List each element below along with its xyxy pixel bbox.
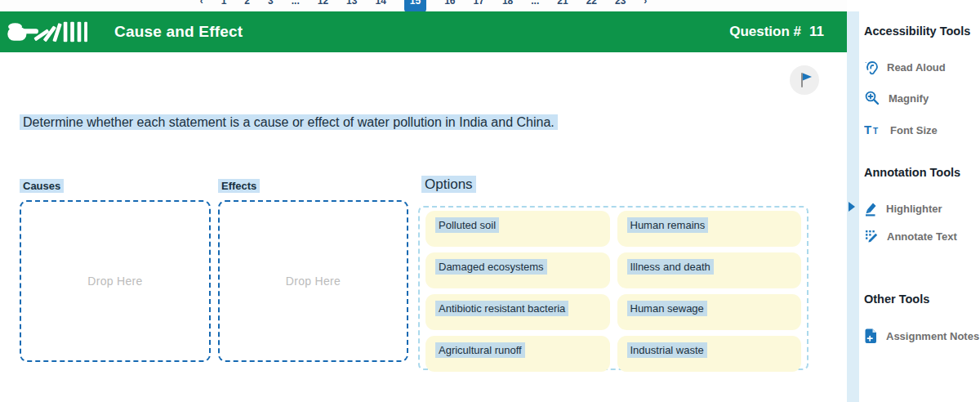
svg-text:T: T [864,123,871,136]
main-column: ‹ 1 2 3 ... 12 13 14 15 16 17 18 ... 21 … [0,0,847,402]
pagination-item[interactable]: 13 [346,0,357,11]
question-area: Determine whether each statement is a ca… [0,52,847,402]
pagination-item[interactable]: 1 [221,0,227,11]
domino-logo-icon [5,16,88,48]
sidebar-collapse-arrow[interactable] [849,202,855,212]
question-counter: Question #11 [729,24,824,40]
pagination-item[interactable]: 14 [375,0,385,11]
question-text: Determine whether each statement is a ca… [20,115,558,130]
option-card[interactable]: Human sewage [617,294,802,330]
section-title-annotation: Annotation Tools [864,166,960,179]
option-card[interactable]: Human remains [617,211,802,247]
pagination-item[interactable]: 3 [268,0,274,11]
font-size-icon: T T [864,123,882,137]
annotate-text-icon [864,229,879,243]
option-card[interactable]: Polluted soil [425,211,610,247]
options-label: Options [421,176,476,193]
drop-placeholder: Drop Here [87,275,142,288]
section-title-accessibility: Accessibility Tools [864,25,970,38]
pagination-item[interactable]: 12 [318,0,328,11]
option-card[interactable]: Damaged ecosystems [425,252,610,288]
tool-magnify[interactable]: Magnify [864,90,929,106]
app-window: ‹ 1 2 3 ... 12 13 14 15 16 17 18 ... 21 … [0,0,980,402]
tool-read-aloud[interactable]: Read Aloud [864,59,946,75]
tool-annotate-text[interactable]: Annotate Text [864,229,957,243]
drop-placeholder: Drop Here [286,275,341,288]
pagination-prev[interactable]: ‹ [200,0,203,11]
magnify-icon [864,90,880,106]
question-label: Question # [729,24,801,39]
activity-header: Cause and Effect Question #11 [0,11,847,52]
pagination-item[interactable]: 21 [557,0,568,11]
pagination-ellipsis: ... [531,0,539,11]
pagination-item[interactable]: 16 [444,0,455,11]
question-number: 11 [809,24,824,39]
option-card[interactable]: Industrial waste [617,336,802,372]
option-card[interactable]: Agricultural runoff [425,336,610,372]
tool-font-size[interactable]: T T Font Size [864,123,938,137]
assignment-notes-icon [864,328,878,344]
pagination-item[interactable]: 2 [244,0,250,11]
option-card[interactable]: Antibiotic resistant bacteria [425,294,610,330]
options-container: Polluted soil Human remains Damaged ecos… [418,206,808,370]
pagination-item[interactable]: 18 [502,0,513,11]
pagination-next[interactable]: › [644,0,647,11]
pagination-ellipsis: ... [292,0,300,11]
pagination-item-active[interactable]: 15 [404,0,426,11]
pagination-item[interactable]: 23 [615,0,626,11]
causes-label: Causes [20,180,64,192]
flag-icon [795,70,813,90]
effects-label: Effects [218,180,260,192]
tool-highlighter[interactable]: Highlighter [864,200,942,217]
tools-sidebar: Accessibility Tools Read Aloud Magnify T… [859,0,980,402]
read-aloud-icon [864,59,879,75]
svg-text:T: T [873,127,878,136]
tool-assignment-notes[interactable]: Assignment Notes [864,328,979,344]
flag-question-button[interactable] [790,65,819,95]
sidebar-divider-strip [847,0,859,402]
section-title-other: Other Tools [864,293,929,306]
effects-dropzone[interactable]: Drop Here [218,200,408,362]
pagination-item[interactable]: 17 [474,0,484,11]
causes-dropzone[interactable]: Drop Here [20,200,211,362]
highlighter-icon [864,200,878,217]
option-card[interactable]: Illness and death [617,252,802,288]
pagination-item[interactable]: 22 [586,0,597,11]
page-title: Cause and Effect [114,23,243,41]
question-pagination: ‹ 1 2 3 ... 12 13 14 15 16 17 18 ... 21 … [0,0,847,11]
